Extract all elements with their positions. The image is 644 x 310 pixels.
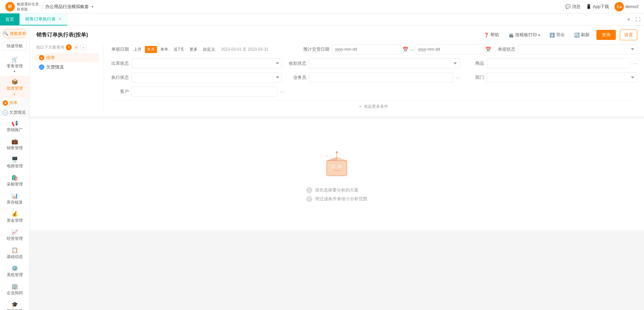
logo-icon: 好 [5, 2, 15, 11]
avatar: Ea [614, 2, 624, 11]
refresh-icon: 🔄 [574, 33, 580, 38]
tab-home[interactable]: 首页 [0, 13, 20, 25]
sidebar-item-corp[interactable]: 🏢 企业协同 [0, 280, 29, 299]
sidebar-item-ecommerce[interactable]: 🖥️ 电商管理 [0, 154, 29, 172]
field-goods: 商品 ··· [465, 58, 637, 68]
top-bar-left: 好 畅捷通好生意 标准版 | 办公用品行业模拟账套 ▾ [5, 2, 94, 11]
export-button[interactable]: ⬇️ 导出 [547, 31, 568, 39]
predict-date-to-input[interactable] [415, 44, 484, 54]
filter-row-2: 出库状态 收款状态 商品 [110, 58, 637, 68]
customer-input[interactable] [131, 87, 277, 97]
sidebar-search-area: 🔍 搜索菜单 [0, 25, 29, 40]
debt-icon: ○ [3, 110, 8, 115]
corp-icon: 🏢 [11, 283, 18, 290]
exec-select[interactable] [131, 72, 282, 83]
sidebar-item-inventory[interactable]: 📊 库存核算 [0, 190, 29, 208]
operation-icon: 📈 [11, 229, 18, 235]
wholesale-chevron-icon: ▴ [14, 92, 15, 95]
order-icon: ● [3, 100, 8, 106]
date-from-icon[interactable]: 📅 [402, 47, 408, 52]
sidebar-item-operation[interactable]: 📈 经营管理 [0, 226, 29, 244]
tab-active[interactable]: 销售订单执行表 × [20, 13, 67, 25]
date-year-button[interactable]: 本年 [158, 46, 170, 53]
filter-row-4: 客户 ··· [110, 87, 637, 97]
search-button[interactable]: 查询 [596, 30, 616, 40]
print-button[interactable]: 🖨️ 按模板打印 ▾ [506, 31, 543, 39]
date-to-icon[interactable]: 📅 [485, 47, 491, 52]
sidebar-item-basic[interactable]: 📋 基础信息 [0, 244, 29, 262]
collect-select[interactable] [309, 58, 460, 68]
help-button[interactable]: ❓ 帮助 [481, 31, 502, 39]
date-7days-button[interactable]: 近7天 [172, 46, 186, 53]
customer-more-button[interactable]: ··· [280, 89, 284, 94]
app-download-button[interactable]: 📱 App下载 [586, 4, 609, 10]
logo-text: 畅捷通好生意 标准版 [17, 2, 39, 11]
tab-close-button[interactable]: × [59, 17, 61, 21]
sidebar-item-sales[interactable]: 💼 销售管理 [0, 136, 29, 154]
goods-more-button[interactable]: ··· [633, 61, 637, 66]
scheme-settings-button[interactable]: ⚙ [73, 44, 79, 50]
message-button[interactable]: 💬 消息 [565, 4, 581, 10]
settings-button[interactable]: 设置 [620, 30, 637, 40]
sidebar-item-finance[interactable]: 💰 资金管理 [0, 208, 29, 226]
status-select[interactable] [518, 44, 637, 54]
sidebar-item-wholesale[interactable]: 📦 批发管理 ▴ [0, 76, 29, 98]
date-label: 单据日期 [110, 46, 129, 52]
field-salesman: 业务员 ··· [287, 72, 460, 83]
empty-hint-1: 1 请先选择要分析的方案 [306, 186, 367, 195]
scheme-item-order[interactable]: ● 按单 [36, 53, 99, 62]
svg-point-3 [333, 166, 334, 167]
sidebar-item-purchase[interactable]: 🛍️ 采购管理 [0, 172, 29, 190]
salesman-input[interactable] [309, 72, 453, 83]
status-label: 单据状态 [496, 46, 515, 52]
field-status: 单据状态 [496, 44, 637, 54]
sidebar-sub-item-order[interactable]: ● 按单 [0, 98, 29, 108]
date-more-button[interactable]: 更多 [187, 46, 200, 53]
date-range-text: 2023-03-01 至 2023-03-31 [221, 47, 268, 52]
dept-select[interactable] [487, 72, 637, 83]
add-scheme-button[interactable]: + [66, 44, 72, 50]
quick-nav-button[interactable]: 快捷导航 [3, 42, 26, 50]
refresh-button[interactable]: 🔄 刷新 [572, 31, 592, 39]
search-menu-button[interactable]: 🔍 搜索菜单 [3, 29, 26, 38]
collapse-more-button[interactable]: « 收起更多条件 [110, 101, 637, 112]
date-prev-month-button[interactable]: 上月 [131, 46, 144, 53]
svg-text:✦: ✦ [325, 154, 328, 158]
maximize-button[interactable]: ⛶ [635, 16, 641, 23]
basic-icon: 📋 [11, 247, 18, 253]
predict-date-from-input[interactable] [332, 44, 401, 54]
filter-panel: 按以下方案查询 + ⚙ « ● 按单 ○ 欠货情况 [30, 40, 644, 116]
hint-num-2: 2 [306, 196, 312, 202]
sidebar-item-retail[interactable]: 🛒 零售管理 true ▾ [0, 54, 29, 76]
field-date: 单据日期 上月 本月 本年 近7天 更多 自定义 2023-03-01 至 20… [110, 46, 298, 53]
salesman-more-button[interactable]: ··· [456, 75, 460, 80]
sidebar-item-system[interactable]: ⚙️ 系统管理 [0, 262, 29, 280]
dept-label: 部门 [465, 74, 484, 81]
sidebar-item-newbie[interactable]: 🎓 新手引导 [0, 299, 29, 310]
breadcrumb-arrow[interactable]: ▾ [92, 4, 94, 9]
print-icon: 🖨️ [508, 33, 514, 38]
scheme-item-debt[interactable]: ○ 欠货情况 [36, 62, 99, 72]
date-custom-button[interactable]: 自定义 [201, 46, 217, 53]
inventory-icon: 📊 [11, 193, 18, 199]
sidebar-item-marketing[interactable]: 📢 营销推广 [0, 117, 29, 136]
page-actions: ❓ 帮助 🖨️ 按模板打印 ▾ ⬇️ 导出 🔄 刷新 查询 设置 [481, 30, 637, 40]
scheme-collapse-button[interactable]: « [80, 44, 87, 50]
breadcrumb-sep: | [42, 4, 43, 9]
print-arrow-icon: ▾ [538, 33, 540, 37]
wholesale-icon: 📦 [11, 79, 18, 85]
tab-bar-actions: × ⛶ [625, 16, 644, 23]
goods-input[interactable] [487, 58, 631, 68]
collapse-icon: « [359, 104, 362, 109]
svg-point-4 [340, 166, 341, 167]
minimize-button[interactable]: × [625, 16, 632, 23]
order-scheme-icon: ● [39, 55, 44, 60]
outbound-select[interactable] [131, 58, 282, 68]
top-bar-right: 💬 消息 📱 App下载 Ea demo2 [565, 2, 639, 11]
marketing-icon: 📢 [11, 120, 18, 126]
sidebar-sub-item-debt[interactable]: ○ 欠货情况 [0, 108, 29, 117]
retail-icon: 🛒 [11, 56, 18, 63]
svg-point-6 [336, 151, 338, 153]
user-profile[interactable]: Ea demo2 [614, 2, 639, 11]
date-cur-month-button[interactable]: 本月 [145, 46, 157, 53]
